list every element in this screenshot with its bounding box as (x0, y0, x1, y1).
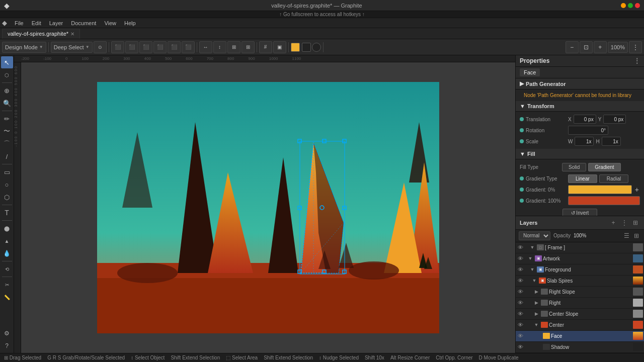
w-input[interactable] (575, 137, 594, 146)
select-tool[interactable]: ↖ (1, 56, 13, 68)
fill-tool[interactable]: ▲ (1, 235, 13, 247)
gradient-100-bar[interactable] (568, 196, 640, 205)
layer-eye-icon[interactable]: 👁 (516, 287, 525, 296)
layer-eye-icon[interactable]: 👁 (516, 265, 525, 274)
layer-eye-icon[interactable]: 👁 (516, 276, 525, 285)
select-btn[interactable]: ⊙ (94, 41, 107, 53)
layer-expand-icon[interactable]: ▼ (529, 244, 536, 251)
zoom-tool[interactable]: 🔍 (1, 97, 13, 109)
layer-eye-icon[interactable]: 👁 (516, 309, 525, 318)
fill-header[interactable]: ▼ Fill (516, 149, 644, 159)
zoom-in-btn[interactable]: + (594, 41, 607, 53)
menu-file[interactable]: File (11, 20, 27, 27)
align-right-btn[interactable]: ⬛ (139, 41, 152, 53)
x-input[interactable] (574, 115, 596, 124)
layer-expand-icon[interactable]: ▼ (527, 255, 534, 262)
menu-view[interactable]: View (101, 20, 120, 27)
layer-eye-icon[interactable]: 👁 (516, 298, 525, 307)
invert-btn[interactable]: ↺ Invert (562, 209, 598, 216)
layer-slab-spires[interactable]: 👁 ▼ ▣ Slab Spires (516, 276, 644, 287)
fill-color-chip[interactable] (291, 43, 300, 52)
line-tool[interactable]: / (1, 150, 13, 162)
layer-expand-icon[interactable]: ▶ (533, 288, 540, 295)
layer-eye-icon[interactable]: 👁 (516, 243, 525, 252)
rotation-input[interactable] (568, 126, 608, 135)
layers-add-icon[interactable]: + (609, 218, 618, 227)
align-center-h-btn[interactable]: ⬛ (125, 41, 138, 53)
path-generator-header[interactable]: ▶ Path Generator (516, 78, 644, 89)
gradient-0-add-icon[interactable]: + (634, 186, 640, 194)
transform-header[interactable]: ▼ Transform (516, 101, 644, 112)
layers-panel-btn[interactable]: ⊞ (631, 218, 640, 227)
gradient-0-bar[interactable] (568, 185, 632, 194)
polygon-tool[interactable]: ⬡ (1, 191, 13, 203)
gradient-tool[interactable]: ⬤ (1, 222, 13, 234)
menu-document[interactable]: Document (67, 20, 100, 27)
layer-eye-icon[interactable]: 👁 (516, 342, 525, 351)
menu-help[interactable]: Help (121, 20, 139, 27)
layer-right-slope[interactable]: 👁 ▶ Right Slope (516, 287, 644, 298)
tab-close-icon[interactable]: ✕ (70, 31, 74, 37)
layer-expand-icon[interactable]: ▼ (533, 321, 540, 328)
zoom-display[interactable]: 100% (608, 42, 628, 53)
layer-expand-icon[interactable]: ▶ (533, 299, 540, 306)
layer-eye-icon[interactable]: 👁 (516, 320, 525, 329)
gradient-fill-btn[interactable]: Gradient (588, 163, 620, 171)
flip-h-btn[interactable]: ↔ (199, 41, 212, 53)
layer-expand-icon[interactable]: ▼ (531, 277, 538, 284)
solid-fill-btn[interactable]: Solid (562, 163, 586, 171)
face-tab[interactable]: Face (520, 68, 540, 76)
layer-artwork[interactable]: 👁 ▼ ▣ Artwork (516, 253, 644, 264)
layer-face[interactable]: 👁 ▶ Face (516, 331, 644, 342)
layer-expand-icon[interactable]: ▶ (533, 310, 540, 317)
frame-btn[interactable]: ▣ (273, 41, 286, 53)
deep-select-dropdown[interactable]: Deep Select ▼ (51, 42, 93, 53)
zoom-out-btn[interactable]: − (566, 41, 579, 53)
settings-tool[interactable]: ⚙ (1, 327, 13, 339)
options-btn[interactable]: ⋮ (629, 41, 642, 53)
dist-h-btn[interactable]: ⊞ (227, 41, 240, 53)
ellipse-tool[interactable]: ○ (1, 178, 13, 191)
eyedropper-tool[interactable]: 💧 (1, 247, 13, 259)
layer-center-slope[interactable]: 👁 ▶ Center Slope (516, 309, 644, 320)
blend-mode-select[interactable]: Normal (519, 231, 550, 240)
color-wheel-btn[interactable] (312, 43, 321, 52)
navigate-tool[interactable]: ⊕ (1, 84, 13, 97)
align-center-v-btn[interactable]: ⬛ (168, 41, 181, 53)
tab-main[interactable]: valley-of-spires.graphite* ✕ (2, 29, 80, 39)
layer-eye-icon[interactable]: 👁 (516, 254, 525, 263)
stroke-color-chip[interactable] (302, 43, 311, 52)
dist-v-btn[interactable]: ⊞ (242, 41, 255, 53)
help-tool[interactable]: ? (1, 340, 13, 352)
h-input[interactable] (602, 137, 621, 146)
spline-tool[interactable]: ⌒ (1, 138, 13, 150)
rect-tool[interactable]: ▭ (1, 166, 13, 178)
menu-layer[interactable]: Layer (46, 20, 67, 27)
layers-list-view-icon[interactable]: ☰ (622, 231, 631, 240)
layer-right[interactable]: 👁 ▶ Right (516, 298, 644, 309)
radial-gradient-btn[interactable]: Radial (599, 174, 628, 183)
canvas-viewport[interactable] (21, 62, 515, 353)
measure-tool[interactable]: 📏 (1, 291, 13, 303)
text-tool[interactable]: T (1, 207, 13, 219)
knife-tool[interactable]: ✂ (1, 279, 13, 291)
y-input[interactable] (603, 115, 626, 124)
node-tool[interactable]: ⬡ (1, 69, 13, 81)
transform-tool[interactable]: ⟲ (1, 263, 13, 275)
menu-edit[interactable]: Edit (28, 20, 45, 27)
layers-grid-view-icon[interactable]: ⊞ (632, 231, 641, 240)
design-mode-dropdown[interactable]: Design Mode ▼ (2, 42, 46, 53)
layer-foreground[interactable]: 👁 ▼ ▣ Foreground (516, 264, 644, 276)
grid-btn[interactable]: # (259, 41, 272, 53)
layer-shadow[interactable]: 👁 ▶ Shadow (516, 342, 644, 353)
layer-frame[interactable]: 👁 ▼ □ [ Frame ] (516, 242, 644, 253)
align-bottom-btn[interactable]: ⬛ (182, 41, 195, 53)
flip-v-btn[interactable]: ↕ (213, 41, 226, 53)
pen-tool[interactable]: ✏ (1, 113, 13, 125)
layer-expand-icon[interactable]: ▼ (529, 266, 536, 273)
align-top-btn[interactable]: ⬛ (153, 41, 167, 53)
layer-eye-icon[interactable]: 👁 (516, 331, 525, 340)
layer-center[interactable]: 👁 ▼ Center (516, 320, 644, 331)
linear-gradient-btn[interactable]: Linear (568, 174, 597, 183)
panel-options-icon[interactable]: ⋮ (634, 57, 640, 64)
